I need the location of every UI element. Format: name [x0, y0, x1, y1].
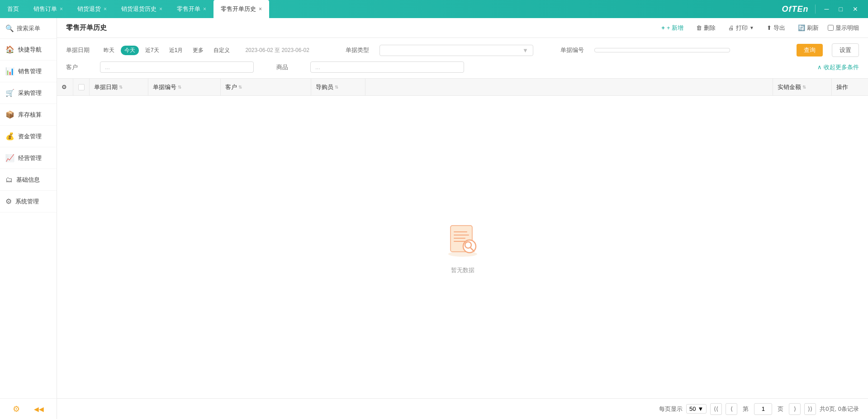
window-minimize-btn[interactable]: ─	[822, 5, 832, 14]
date-shortcut-yesterday[interactable]: 昨天	[100, 46, 118, 55]
export-btn-label: 导出	[773, 24, 785, 32]
sidebar-bottom: ⚙ ◀◀	[0, 398, 57, 419]
print-icon: 🖨	[728, 24, 734, 31]
product-placeholder: ...	[315, 64, 320, 71]
tab-sales-order[interactable]: 销售订单 ×	[26, 0, 70, 18]
bill-type-select[interactable]: ▼	[379, 45, 533, 56]
display-toggle-container: 显示明细	[828, 24, 859, 32]
tab-home[interactable]: 首页	[0, 0, 26, 18]
th-customer-sort-icon[interactable]: ⇅	[238, 85, 242, 89]
bill-number-input[interactable]	[594, 48, 730, 52]
sidebar-item-basics[interactable]: 🗂 基础信息	[0, 169, 57, 191]
th-action-label: 操作	[836, 83, 848, 91]
th-number: 单据编号 ⇅	[148, 79, 221, 95]
th-guide-label: 导购员	[316, 83, 333, 91]
date-shortcuts: 昨天 今天 近7天 近1月 更多 自定义	[100, 46, 233, 55]
pagination-next-btn[interactable]: ⟩	[789, 403, 801, 415]
sidebar-item-finance[interactable]: 💰 资金管理	[0, 126, 57, 147]
print-btn[interactable]: 🖨 打印 ▼	[725, 22, 758, 34]
th-action: 操作	[832, 79, 868, 95]
tab-sales-return-close[interactable]: ×	[104, 6, 107, 12]
date-shortcut-today[interactable]: 今天	[121, 46, 139, 55]
product-input[interactable]: ...	[310, 61, 464, 73]
tab-retail-open-history-close[interactable]: ×	[259, 6, 262, 12]
settings-gear-icon[interactable]: ⚙	[13, 404, 20, 414]
top-nav-controls: OfTEn ─ □ ✕	[782, 5, 868, 14]
export-btn[interactable]: ⬆ 导出	[763, 22, 789, 34]
content-area: 零售开单历史 + + 新增 🗑 删除 🖨 打印 ▼ ⬆ 导出	[57, 18, 868, 419]
tab-sales-return-history-label: 销货退货历史	[121, 5, 157, 13]
print-dropdown-icon: ▼	[749, 25, 754, 30]
th-date-sort-icon[interactable]: ⇅	[119, 85, 123, 89]
display-toggle-checkbox[interactable]	[828, 25, 834, 31]
bill-type-label: 单据类型	[346, 46, 370, 54]
tab-sales-return[interactable]: 销货退货 ×	[70, 0, 114, 18]
tab-sales-return-history-close[interactable]: ×	[159, 6, 162, 12]
th-date: 单据日期 ⇅	[90, 79, 148, 95]
date-shortcut-custom[interactable]: 自定义	[210, 46, 233, 55]
date-shortcut-last1m[interactable]: 近1月	[166, 46, 187, 55]
tab-retail-open-history[interactable]: 零售开单历史 ×	[213, 0, 269, 18]
pagination-prev-btn[interactable]: ⟨	[726, 403, 737, 415]
refresh-btn-label: 刷新	[807, 24, 819, 32]
header-checkbox[interactable]	[78, 84, 85, 90]
tab-sales-order-close[interactable]: ×	[60, 6, 63, 12]
empty-state: 暂无数据	[57, 96, 868, 398]
table-area: ⚙ 单据日期 ⇅ 单据编号 ⇅ 客户 ⇅ 导购员	[57, 79, 868, 398]
sidebar-item-inventory[interactable]: 📦 库存核算	[0, 104, 57, 126]
sidebar-item-system-label: 系统管理	[15, 198, 39, 206]
th-settings[interactable]: ⚙	[57, 79, 73, 95]
delete-btn[interactable]: 🗑 删除	[693, 22, 719, 34]
sidebar-item-operations[interactable]: 📈 经营管理	[0, 147, 57, 169]
per-page-select[interactable]: 50 ▼	[686, 404, 707, 414]
date-range-display: 2023-06-02 至 2023-06-02	[245, 47, 309, 54]
nav-divider	[815, 5, 816, 14]
th-guide-sort-icon[interactable]: ⇅	[335, 85, 338, 89]
page-actions: + + 新增 🗑 删除 🖨 打印 ▼ ⬆ 导出 🔄	[658, 22, 859, 34]
th-checkbox[interactable]	[73, 79, 90, 95]
sidebar-item-sales-label: 销售管理	[18, 67, 42, 75]
finance-icon: 💰	[5, 132, 14, 141]
sidebar-item-purchase[interactable]: 🛒 采购管理	[0, 82, 57, 104]
tab-retail-open[interactable]: 零售开单 ×	[170, 0, 213, 18]
refresh-btn[interactable]: 🔄 刷新	[794, 22, 822, 34]
table-header: ⚙ 单据日期 ⇅ 单据编号 ⇅ 客户 ⇅ 导购员	[57, 79, 868, 96]
sidebar-item-quick-nav[interactable]: 🏠 快捷导航	[0, 39, 57, 61]
sidebar-menu: 🏠 快捷导航 📊 销售管理 🛒 采购管理 📦 库存核算 💰 资金管理 📈	[0, 39, 57, 398]
filter-row-2: 客户 ... 商品 ... ∧ 收起更多条件	[66, 61, 859, 73]
tab-sales-return-history[interactable]: 销货退货历史 ×	[114, 0, 170, 18]
customer-input[interactable]: ...	[100, 61, 254, 73]
add-btn[interactable]: + + 新增	[658, 22, 687, 34]
th-number-label: 单据编号	[153, 83, 176, 91]
window-close-btn[interactable]: ✕	[850, 5, 861, 14]
query-btn[interactable]: 查询	[797, 44, 823, 56]
window-maximize-btn[interactable]: □	[836, 5, 845, 14]
sidebar-search[interactable]: 🔍 搜索采单	[0, 18, 57, 39]
sidebar-collapse-icon[interactable]: ◀◀	[34, 405, 44, 413]
th-number-sort-icon[interactable]: ⇅	[178, 85, 181, 89]
th-date-label: 单据日期	[94, 83, 118, 91]
pagination: 每页显示 50 ▼ ⟨⟨ ⟨ 第 页 ⟩ ⟩⟩ 共0页, 0条记录	[57, 398, 868, 419]
customer-label: 客户	[66, 63, 91, 71]
date-shortcut-more[interactable]: 更多	[189, 46, 207, 55]
customer-placeholder: ...	[105, 64, 110, 71]
sidebar-item-system[interactable]: ⚙ 系统管理	[0, 191, 57, 212]
th-amount-sort-icon[interactable]: ⇅	[802, 85, 806, 89]
th-amount: 实销金额 ⇅	[773, 79, 832, 95]
top-nav-bar: 首页 销售订单 × 销货退货 × 销货退货历史 × 零售开单 × 零售开单历史 …	[0, 0, 868, 18]
tab-retail-open-close[interactable]: ×	[203, 6, 206, 12]
settings-btn[interactable]: 设置	[832, 43, 859, 57]
pagination-last-btn[interactable]: ⟩⟩	[804, 403, 816, 415]
date-shortcut-last7[interactable]: 近7天	[142, 46, 163, 55]
brand-logo: OfTEn	[782, 5, 809, 14]
per-page-label: 每页显示	[659, 405, 683, 413]
pagination-first-btn[interactable]: ⟨⟨	[710, 403, 722, 415]
inventory-icon: 📦	[5, 110, 14, 119]
sidebar-item-inventory-label: 库存核算	[18, 111, 42, 119]
pagination-page-input[interactable]	[754, 403, 772, 415]
sidebar-item-quick-nav-label: 快捷导航	[18, 46, 42, 54]
basics-icon: 🗂	[5, 176, 13, 184]
collapse-btn[interactable]: ∧ 收起更多条件	[817, 63, 859, 71]
refresh-icon: 🔄	[798, 24, 805, 31]
sidebar-item-sales[interactable]: 📊 销售管理	[0, 61, 57, 82]
